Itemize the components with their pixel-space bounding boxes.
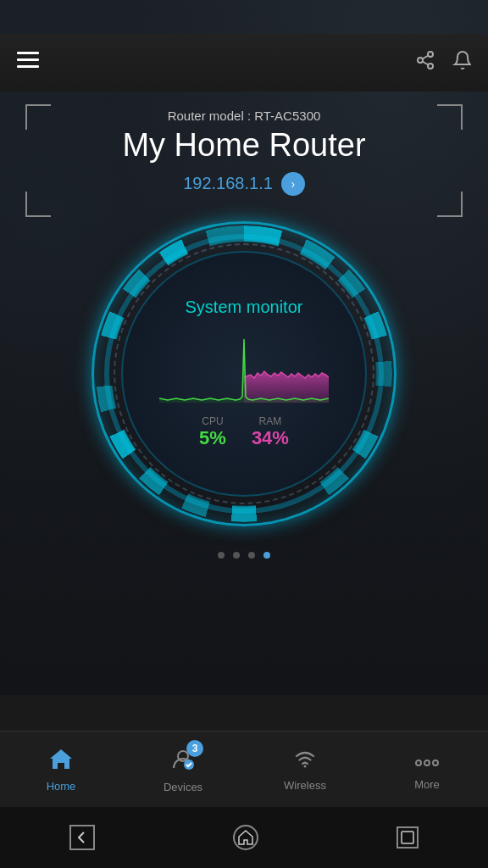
ram-metric: RAM 34% — [252, 415, 289, 449]
ram-value: 34% — [252, 427, 289, 449]
page-dots — [0, 543, 488, 572]
page-dot-0[interactable] — [218, 552, 225, 559]
svg-rect-20 — [402, 832, 413, 843]
nav-item-home[interactable]: Home — [0, 732, 122, 807]
svg-line-12 — [423, 56, 429, 59]
svg-point-18 — [433, 760, 438, 765]
corner-bracket-tr — [437, 104, 463, 130]
corner-bracket-tl — [25, 104, 51, 130]
header-bar — [0, 34, 488, 92]
menu-button[interactable] — [17, 52, 39, 74]
home-icon — [48, 747, 74, 776]
circle-container: System monitor — [92, 221, 396, 526]
wireless-icon — [292, 748, 318, 776]
page-dot-3[interactable] — [263, 552, 270, 559]
share-button[interactable] — [415, 50, 435, 75]
system-monitor-title: System monitor — [186, 298, 303, 317]
notification-button[interactable] — [452, 50, 471, 75]
home-label: Home — [47, 780, 76, 793]
metrics-row: CPU 5% RAM 34% — [199, 415, 289, 449]
inner-circle: System monitor — [121, 251, 367, 497]
android-back-button[interactable] — [69, 825, 95, 850]
svg-rect-7 — [17, 65, 39, 68]
svg-point-17 — [424, 760, 430, 765]
nav-item-more[interactable]: More — [366, 732, 488, 807]
bottom-nav: Home 3 Devices Wireless — [0, 731, 488, 807]
cpu-metric: CPU 5% — [199, 415, 226, 449]
cpu-label: CPU — [202, 415, 223, 427]
svg-point-8 — [428, 52, 433, 57]
chart-area — [159, 331, 329, 407]
router-model: Router model : RT-AC5300 — [17, 108, 471, 123]
devices-badge: 3 — [186, 740, 203, 757]
router-name: My Home Router — [17, 128, 471, 164]
android-nav — [0, 807, 488, 868]
nav-item-wireless[interactable]: Wireless — [244, 732, 366, 807]
devices-label: Devices — [164, 781, 202, 793]
android-home-button[interactable] — [233, 825, 258, 850]
ram-label: RAM — [259, 415, 282, 427]
android-recents-button[interactable] — [396, 826, 419, 849]
page-dot-1[interactable] — [233, 552, 240, 559]
router-ip: 192.168.1.1 — [183, 174, 273, 193]
svg-rect-6 — [17, 58, 39, 61]
ip-arrow-button[interactable]: › — [281, 172, 305, 196]
svg-rect-5 — [17, 52, 39, 54]
svg-point-9 — [418, 58, 423, 63]
more-label: More — [414, 778, 440, 791]
page-dot-2[interactable] — [248, 552, 255, 559]
svg-point-16 — [416, 760, 421, 765]
svg-point-15 — [304, 765, 307, 767]
wireless-label: Wireless — [284, 779, 326, 792]
svg-point-10 — [428, 64, 433, 69]
monitor-section: System monitor — [0, 213, 488, 543]
router-info: Router model : RT-AC5300 My Home Router … — [0, 92, 488, 213]
monitor-chart — [159, 331, 329, 407]
svg-marker-19 — [239, 831, 252, 844]
router-ip-row: 192.168.1.1 › — [17, 172, 471, 196]
more-icon — [414, 748, 440, 775]
header-actions — [415, 50, 471, 75]
cpu-value: 5% — [199, 427, 226, 449]
svg-line-11 — [423, 62, 429, 65]
nav-item-devices[interactable]: 3 Devices — [122, 732, 244, 807]
